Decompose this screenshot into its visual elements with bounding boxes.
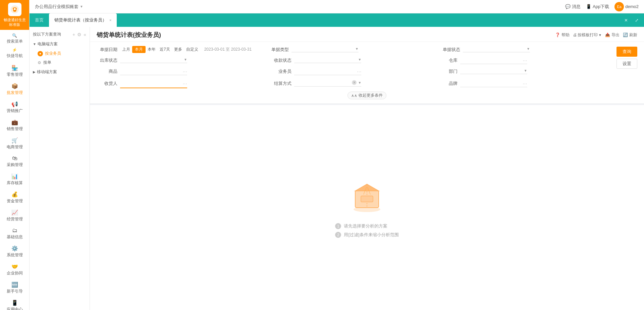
print-button[interactable]: 🖨 按模板打印 ▼ (573, 32, 602, 38)
date-label: 单据日期 (97, 47, 120, 53)
query-buttons: 查询 设置 (612, 46, 637, 88)
goods-select[interactable]: ... (120, 67, 187, 75)
receiver-dots[interactable]: ... (183, 80, 187, 86)
panel-item-by-salesperson[interactable]: ● 按业务员 (30, 49, 90, 58)
date-tab-more[interactable]: 更多 (172, 46, 184, 53)
doc-status-arrow: ▼ (527, 47, 530, 51)
help-icon: ❓ (555, 33, 560, 37)
company-selector[interactable]: 办公用品行业模拟账套 ▼ (35, 4, 83, 10)
settlement-control: × ▼ (294, 80, 446, 87)
sidebar-item-finance[interactable]: 💰 资金管理 (0, 189, 29, 207)
pay-status-text (294, 58, 358, 61)
tab-expand-button[interactable]: ⤢ (632, 15, 641, 25)
sidebar-item-basic[interactable]: 🗂 基础信息 (0, 225, 29, 243)
help-button[interactable]: ❓ 帮助 (555, 32, 570, 38)
right-panel: 销货单统计表(按业务员) ❓ 帮助 🖨 按模板打印 ▼ 📤 导出 (90, 27, 644, 310)
enterprise-icon: 🤝 (11, 263, 18, 270)
salesperson-label: 业务员 (272, 68, 294, 74)
search-icon: 🔍 (12, 33, 17, 38)
date-tab-custom[interactable]: 自定义 (184, 46, 200, 53)
export-button[interactable]: 📤 导出 (605, 32, 620, 38)
sidebar-logo[interactable]: 畅捷通好生意 标准版 (0, 0, 29, 30)
panel-item-by-order[interactable]: ⚙ 按单 (30, 58, 90, 67)
sidebar-item-retail[interactable]: 🏪 零售管理 (0, 62, 29, 80)
date-tab-7days[interactable]: 近7天 (158, 46, 172, 53)
out-status-select[interactable]: ▼ (120, 58, 187, 63)
warehouse-select[interactable]: ... (460, 56, 527, 64)
sidebar-item-marketing[interactable]: 📢 营销推广 (0, 98, 29, 116)
date-tab-this-month[interactable]: 本月 (132, 46, 146, 53)
date-tab-last-month[interactable]: 上月 (120, 46, 132, 53)
empty-tips: 1 请先选择要分析的方案 2 用[过滤]条件来缩小分析范围 (335, 223, 398, 238)
user-menu[interactable]: Ea demo2 (614, 2, 639, 11)
tab-sales-stat[interactable]: 销货单统计表（按业务员） × (49, 13, 117, 27)
salesperson-select[interactable]: ... (294, 67, 361, 75)
receiver-input[interactable] (120, 79, 183, 86)
tab-minimize-button[interactable]: ✕ (621, 15, 631, 25)
warehouse-dots[interactable]: ... (523, 56, 527, 62)
empty-tip-2: 2 用[过滤]条件来缩小分析范围 (335, 232, 398, 238)
sidebar-item-system[interactable]: ⚙️ 系统管理 (0, 243, 29, 261)
brand-select[interactable]: ... (460, 80, 527, 87)
topbar-right: 💬 消息 📱 App下载 Ea demo2 (565, 2, 639, 11)
sidebar-item-wholesale[interactable]: 📦 批发管理 (0, 80, 29, 98)
export-icon: 📤 (605, 33, 610, 37)
company-dropdown-arrow: ▼ (80, 5, 83, 8)
panel-header: 按以下方案查询 + ⚙ « (30, 30, 90, 39)
pay-status-select[interactable]: ▼ (294, 58, 361, 63)
settlement-select[interactable]: × ▼ (294, 80, 361, 87)
query-button[interactable]: 查询 (616, 47, 637, 57)
panel-add-button[interactable]: + (72, 32, 75, 37)
settlement-label: 结算方式 (272, 81, 294, 87)
quick-nav-button[interactable]: ⚡ 快捷导航 (7, 46, 23, 61)
tab-home[interactable]: 首页 (30, 13, 49, 27)
main-area: 办公用品行业模拟账套 ▼ 💬 消息 📱 App下载 Ea demo2 首页 (30, 0, 644, 310)
receiver-label: 收货人 (97, 81, 120, 87)
page-actions: ❓ 帮助 🖨 按模板打印 ▼ 📤 导出 🔄 刷新 (555, 32, 637, 38)
tab-close-button[interactable]: × (109, 18, 111, 22)
out-status-control: ▼ (120, 58, 272, 63)
sidebar-item-apps[interactable]: 📱 应用中心 (0, 297, 29, 310)
search-menu-button[interactable]: 🔍 搜索菜单 (7, 30, 23, 46)
sidebar-item-enterprise[interactable]: 🤝 企业协同 (0, 261, 29, 279)
panel-settings-button[interactable]: ⚙ (77, 32, 82, 37)
brand-dots[interactable]: ... (523, 80, 527, 86)
message-button[interactable]: 💬 消息 (565, 4, 581, 10)
sidebar: 畅捷通好生意 标准版 🔍 搜索菜单 ⚡ 快捷导航 🏪 零售管理 📦 批发管理 📢… (0, 0, 30, 310)
warehouse-text (460, 58, 523, 61)
marketing-icon: 📢 (11, 101, 18, 107)
doc-status-select[interactable]: ▼ (463, 47, 530, 52)
sidebar-item-guide[interactable]: 🆕 新手引导 (0, 279, 29, 297)
salesperson-dots[interactable]: ... (357, 67, 361, 73)
settings-button[interactable]: 设置 (616, 59, 637, 69)
doc-type-select[interactable]: ▼ (291, 47, 359, 52)
sidebar-item-inventory[interactable]: 📊 库存核算 (0, 170, 29, 189)
filter-inner: 单据日期 上月 本月 本年 近7天 更多 自定义 20 (97, 46, 637, 88)
wholesale-icon: 📦 (11, 83, 18, 89)
salesperson-text (294, 69, 357, 72)
app-download-button[interactable]: 📱 App下载 (586, 4, 609, 10)
empty-state: 1 请先选择要分析的方案 2 用[过滤]条件来缩小分析范围 (90, 105, 644, 310)
basic-icon: 🗂 (12, 227, 17, 234)
panel-section-mobile-header[interactable]: ▶ 移动端方案 (30, 67, 90, 77)
settlement-clear-button[interactable]: × (352, 80, 357, 85)
purchase-icon: 🛍 (12, 155, 17, 161)
date-tab-this-year[interactable]: 本年 (146, 46, 158, 53)
panel-collapse-button[interactable]: « (84, 32, 86, 37)
sidebar-item-operations[interactable]: 📈 经营管理 (0, 207, 29, 225)
print-arrow: ▼ (598, 33, 602, 37)
content-area: 按以下方案查询 + ⚙ « ▼ 电脑端方案 ● 按业务员 ⚙ 按 (30, 27, 644, 310)
minimize-icon: ✕ (624, 18, 628, 23)
collapse-button[interactable]: ∧∧ 收起更多条件 (347, 92, 386, 99)
panel-section-desktop-header[interactable]: ▼ 电脑端方案 (30, 39, 90, 49)
company-name: 办公用品行业模拟账套 (35, 4, 78, 10)
refresh-button[interactable]: 🔄 刷新 (623, 32, 637, 38)
goods-control: ... (120, 67, 272, 75)
finance-icon: 💰 (11, 191, 18, 198)
goods-dots[interactable]: ... (183, 67, 187, 73)
message-icon: 💬 (565, 4, 571, 9)
department-select[interactable]: ▼ (460, 69, 527, 74)
sidebar-item-purchase[interactable]: 🛍 采购管理 (0, 153, 29, 170)
sidebar-item-sales[interactable]: 💼 销售管理 (0, 116, 29, 135)
sidebar-item-ecommerce[interactable]: 🛒 电商管理 (0, 135, 29, 153)
